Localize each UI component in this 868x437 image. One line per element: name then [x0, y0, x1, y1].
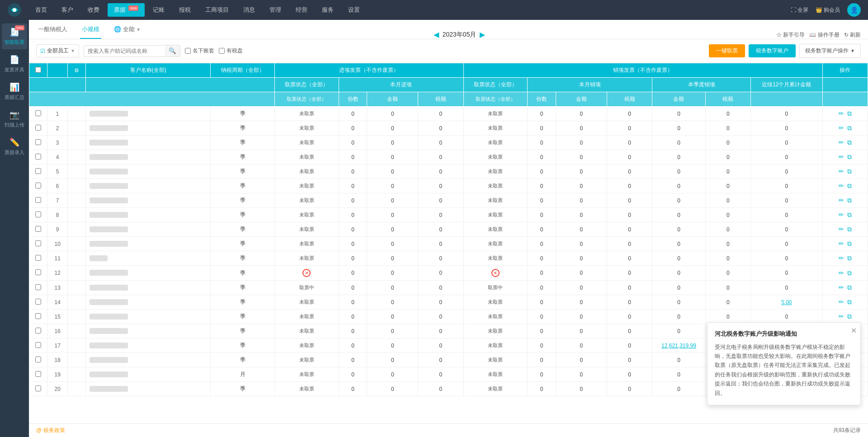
- fullscreen-btn[interactable]: ⛶ 全屏: [791, 6, 808, 14]
- member-btn[interactable]: 👑 购会员: [816, 6, 840, 14]
- copy-btn[interactable]: ⧉: [847, 124, 852, 132]
- select-all-checkbox[interactable]: [35, 67, 41, 73]
- row-checkbox[interactable]: [35, 313, 41, 319]
- nav-settings[interactable]: 设置: [342, 3, 366, 17]
- row-checkbox[interactable]: [35, 139, 41, 145]
- tab-all[interactable]: 🌐 全能 ▼: [112, 20, 142, 39]
- copy-btn[interactable]: ⧉: [847, 211, 852, 218]
- edit-btn[interactable]: ✏: [839, 139, 844, 146]
- edit-btn[interactable]: ✏: [839, 284, 844, 291]
- nav-accounting[interactable]: 记账: [146, 3, 171, 17]
- taxdisk-checkbox[interactable]: [219, 48, 225, 54]
- row-checkbox[interactable]: [35, 168, 41, 174]
- edit-btn[interactable]: ✏: [839, 110, 844, 117]
- tax-policy-link[interactable]: @ 税务政策: [36, 427, 65, 434]
- row-checkbox[interactable]: [35, 226, 41, 232]
- notification-close-btn[interactable]: ✕: [851, 326, 857, 335]
- edit-btn[interactable]: ✏: [839, 254, 844, 262]
- row-checkbox[interactable]: [35, 255, 41, 261]
- season-amount[interactable]: 12,621,319.99: [661, 343, 696, 349]
- edit-btn[interactable]: ✏: [839, 153, 844, 160]
- copy-btn[interactable]: ⧉: [847, 226, 852, 233]
- user-avatar[interactable]: 👤: [847, 3, 861, 17]
- row-checkbox[interactable]: [35, 342, 41, 348]
- subordinate-checkbox[interactable]: [185, 48, 191, 54]
- copy-btn[interactable]: ⧉: [847, 269, 852, 277]
- edit-btn[interactable]: ✏: [839, 168, 844, 175]
- edit-btn[interactable]: ✏: [839, 226, 844, 233]
- season-amount-cell: 0: [652, 136, 706, 150]
- row-checkbox[interactable]: [35, 269, 41, 275]
- checkbox-subordinate[interactable]: 名下账套: [185, 47, 214, 55]
- copy-btn[interactable]: ⧉: [847, 240, 852, 247]
- date-next-btn[interactable]: ▶: [480, 30, 485, 39]
- copy-btn[interactable]: ⧉: [847, 153, 852, 160]
- nav-home[interactable]: 首页: [29, 3, 53, 17]
- ticket-entry-icon: ✏️: [9, 137, 19, 147]
- th-name[interactable]: 客户名称(全部): [86, 63, 211, 78]
- nav-fee[interactable]: 收费: [81, 3, 106, 17]
- edit-btn[interactable]: ✏: [839, 313, 844, 320]
- nav-tax[interactable]: 报税: [173, 3, 197, 17]
- tab-small-scale[interactable]: 小规模: [80, 20, 101, 39]
- copy-btn[interactable]: ⧉: [847, 197, 852, 204]
- quick-ticket-btn[interactable]: 一键取票: [709, 44, 745, 57]
- nav-operation[interactable]: 经营: [289, 3, 314, 17]
- row-checkbox[interactable]: [35, 183, 41, 188]
- nav-service[interactable]: 服务: [316, 3, 340, 17]
- search-button[interactable]: 🔍: [165, 45, 180, 57]
- edit-btn[interactable]: ✏: [839, 124, 844, 132]
- edit-btn[interactable]: ✏: [839, 269, 844, 277]
- sidebar-item-scan-upload[interactable]: 📷 扫描上传: [2, 106, 27, 132]
- xiao-status-cell: 未取票: [463, 150, 528, 164]
- row-checkbox[interactable]: [35, 284, 41, 290]
- sidebar-item-ticket-entry[interactable]: ✏️ 票据录入: [2, 134, 27, 160]
- digital-account-btn[interactable]: 税务数字账户: [749, 44, 796, 57]
- copy-btn[interactable]: ⧉: [847, 313, 852, 320]
- date-prev-btn[interactable]: ◀: [434, 30, 439, 39]
- th-xiao-status[interactable]: 取票状态（全部）: [463, 78, 528, 92]
- sidebar-item-invoice-open[interactable]: 📄 发票开具: [2, 51, 27, 77]
- copy-btn[interactable]: ⧉: [847, 110, 852, 117]
- sidebar-item-smart-ticket[interactable]: new 🧾 智能取票: [2, 23, 27, 49]
- copy-btn[interactable]: ⧉: [847, 254, 852, 262]
- th-jin-status[interactable]: 取票状态（全部）: [275, 78, 339, 92]
- checkbox-tax-disk[interactable]: 有税盘: [219, 47, 243, 55]
- row-checkbox[interactable]: [35, 154, 41, 160]
- manual-link[interactable]: 📖 操作手册: [809, 31, 839, 39]
- row-checkbox[interactable]: [35, 211, 41, 217]
- copy-btn[interactable]: ⧉: [847, 284, 852, 291]
- edit-btn[interactable]: ✏: [839, 240, 844, 247]
- th-period[interactable]: 纳税周期（全部）: [211, 63, 275, 78]
- nav-customer[interactable]: 客户: [55, 3, 80, 17]
- edit-btn[interactable]: ✏: [839, 182, 844, 189]
- search-input[interactable]: [84, 45, 165, 57]
- row-checkbox[interactable]: [35, 197, 41, 203]
- nav-ticket[interactable]: 票据 new: [108, 3, 145, 17]
- new-guide-link[interactable]: ☆ 新手引导: [776, 31, 805, 39]
- nav-manage[interactable]: 管理: [263, 3, 288, 17]
- row-checkbox[interactable]: [35, 240, 41, 246]
- cumulative-amount[interactable]: 5.00: [781, 299, 792, 305]
- row-checkbox[interactable]: [35, 125, 41, 131]
- edit-btn[interactable]: ✏: [839, 197, 844, 204]
- copy-btn[interactable]: ⧉: [847, 168, 852, 175]
- sidebar-item-ticket-summary[interactable]: 📊 票据汇总: [2, 79, 27, 104]
- tab-general-taxpayer[interactable]: 一般纳税人: [36, 20, 69, 39]
- row-checkbox[interactable]: [35, 385, 41, 391]
- employee-select[interactable]: ☑ 全部员工 ▼: [36, 44, 79, 57]
- refresh-link[interactable]: ↻ 刷新: [844, 31, 861, 39]
- copy-btn[interactable]: ⧉: [847, 182, 852, 189]
- edit-btn[interactable]: ✏: [839, 211, 844, 218]
- row-checkbox[interactable]: [35, 328, 41, 334]
- copy-btn[interactable]: ⧉: [847, 139, 852, 146]
- copy-btn[interactable]: ⧉: [847, 298, 852, 305]
- edit-btn[interactable]: ✏: [839, 298, 844, 305]
- row-checkbox[interactable]: [35, 357, 41, 362]
- digital-account-op-btn[interactable]: 税务数字账户操作 ▼: [799, 44, 861, 58]
- nav-message[interactable]: 消息: [237, 3, 261, 17]
- nav-business[interactable]: 工商项目: [199, 3, 235, 17]
- row-checkbox[interactable]: [35, 371, 41, 377]
- row-checkbox[interactable]: [35, 299, 41, 305]
- row-checkbox[interactable]: [35, 110, 41, 116]
